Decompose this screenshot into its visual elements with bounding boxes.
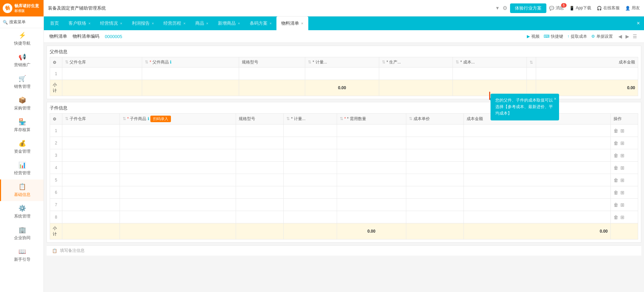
child-row-unit-cost[interactable] [406, 174, 463, 186]
child-row-unit-cost[interactable] [406, 125, 463, 137]
settings-action[interactable]: ⚙ 单据设置 [591, 34, 613, 39]
sidebar-item-sales[interactable]: 🛒 销售管理 [0, 71, 44, 93]
child-row-unit-cost[interactable] [406, 186, 463, 199]
child-row-warehouse[interactable] [62, 125, 120, 137]
parent-row-warehouse[interactable] [62, 68, 142, 80]
child-row-spec[interactable] [236, 186, 283, 199]
child-row-spec[interactable] [236, 199, 283, 211]
sort-icon-3[interactable]: ⇅ [308, 60, 311, 65]
delete-icon[interactable]: 🗑 [614, 177, 618, 183]
child-row-spec[interactable] [236, 174, 283, 186]
delete-icon[interactable]: 🗑 [614, 190, 618, 195]
child-col-config[interactable]: ⚙ [50, 114, 62, 125]
prev-arrow[interactable]: ◀ [617, 33, 623, 40]
tab-new-goods-close[interactable]: × [238, 21, 240, 25]
menu-icon[interactable]: ☰ [631, 33, 639, 40]
scan-button[interactable]: 扫码录入 [150, 116, 171, 122]
child-row-qty-unit[interactable] [284, 162, 337, 174]
child-row-unit-cost[interactable] [406, 211, 463, 223]
delete-icon[interactable]: 🗑 [614, 153, 618, 158]
sidebar-item-system[interactable]: ⚙️ 系统管理 [0, 201, 44, 223]
child-row-qty-unit[interactable] [284, 199, 337, 211]
child-row-goods[interactable] [120, 199, 236, 211]
sidebar-item-basic-info[interactable]: 📋 基础信息 [0, 179, 44, 201]
dropdown-icon[interactable]: ▼ [495, 5, 500, 11]
tab-material-list[interactable]: 物料清单 × [276, 16, 308, 30]
child-row-goods[interactable] [120, 125, 236, 137]
child-row-goods[interactable] [120, 174, 236, 186]
delete-icon[interactable]: 🗑 [614, 140, 618, 146]
shortcut-action[interactable]: ⌨ 快捷键 [544, 34, 563, 39]
child-row-qty-unit[interactable] [284, 125, 337, 137]
parent-row-cost[interactable] [453, 68, 527, 80]
parent-col-config[interactable]: ⚙ [50, 57, 62, 68]
child-row-warehouse[interactable] [62, 162, 120, 174]
sidebar-item-marketing[interactable]: 📢 营销推广 [0, 50, 44, 71]
tab-profit[interactable]: 利润报告 × [127, 16, 159, 30]
tab-ops-history[interactable]: 经营历程 × [159, 16, 190, 30]
child-row-goods[interactable] [120, 211, 236, 223]
child-row-qty-needed[interactable] [337, 137, 406, 149]
child-row-spec[interactable] [236, 211, 283, 223]
copy-icon[interactable]: ⊞ [620, 165, 624, 171]
sub-tab-list[interactable]: 物料清单 [49, 33, 67, 39]
child-row-warehouse[interactable] [62, 211, 120, 223]
sidebar-item-quick-nav[interactable]: ⚡ 快捷导航 [0, 28, 44, 50]
tab-home[interactable]: 首页 [45, 16, 64, 30]
tab-customer-close[interactable]: × [88, 21, 90, 25]
child-row-goods[interactable] [120, 186, 236, 199]
child-row-warehouse[interactable] [62, 137, 120, 149]
child-row-spec[interactable] [236, 162, 283, 174]
trial-button[interactable]: 体验行业方案 [510, 3, 546, 13]
parent-row-qty[interactable] [305, 68, 379, 80]
child-row-warehouse[interactable] [62, 186, 120, 199]
sidebar-item-finance[interactable]: 💰 资金管理 [0, 136, 44, 158]
copy-icon[interactable]: ⊞ [620, 140, 624, 146]
sidebar-item-enterprise[interactable]: 🏢 企业协同 [0, 223, 44, 244]
child-row-goods[interactable] [120, 149, 236, 162]
child-row-unit-cost[interactable] [406, 137, 463, 149]
sidebar-item-purchase[interactable]: 📦 采购管理 [0, 93, 44, 115]
child-row-qty-needed[interactable] [337, 162, 406, 174]
copy-icon[interactable]: ⊞ [620, 153, 624, 158]
sidebar-item-operations[interactable]: 📊 经营管理 [0, 158, 44, 179]
sidebar-item-guide[interactable]: 📖 新手引导 [0, 244, 44, 266]
parent-row-spec[interactable] [239, 68, 305, 80]
child-row-unit-cost[interactable] [406, 162, 463, 174]
delete-icon[interactable]: 🗑 [614, 165, 618, 171]
child-row-warehouse[interactable] [62, 199, 120, 211]
next-arrow[interactable]: ▶ [624, 33, 631, 40]
parent-row-goods[interactable] [142, 68, 239, 80]
parent-row-produce[interactable] [379, 68, 453, 80]
settings-icon[interactable]: ⚙ [503, 5, 507, 11]
delete-icon[interactable]: 🗑 [614, 214, 618, 220]
user-item[interactable]: 👤 用友 [625, 5, 640, 11]
tab-goods[interactable]: 商品 × [190, 16, 213, 30]
child-row-spec[interactable] [236, 137, 283, 149]
child-sort-3[interactable]: ⇅ [286, 116, 290, 121]
tab-material-close[interactable]: × [301, 21, 303, 25]
child-sort-5[interactable]: ⇅ [409, 116, 412, 121]
child-row-qty-unit[interactable] [284, 174, 337, 186]
child-row-qty-needed[interactable] [337, 149, 406, 162]
sidebar-search[interactable]: 🔍 搜索菜单 [0, 16, 44, 28]
copy-icon[interactable]: ⊞ [620, 190, 624, 195]
child-row-warehouse[interactable] [62, 174, 120, 186]
child-row-qty-unit[interactable] [284, 211, 337, 223]
sort-icon-4[interactable]: ⇅ [382, 60, 385, 65]
tab-ops-status-close[interactable]: × [120, 21, 122, 25]
copy-icon[interactable]: ⊞ [620, 128, 624, 133]
sort-icon-6[interactable]: ⇅ [530, 60, 533, 65]
app-download-item[interactable]: 📱 App下载 [569, 5, 591, 11]
child-row-spec[interactable] [236, 149, 283, 162]
tab-ops-status[interactable]: 经营情况 × [95, 16, 127, 30]
sort-icon-5[interactable]: ⇅ [456, 60, 459, 65]
child-row-qty-unit[interactable] [284, 149, 337, 162]
child-row-unit-cost[interactable] [406, 149, 463, 162]
child-row-goods[interactable] [120, 137, 236, 149]
tab-barcode[interactable]: 条码方案 × [245, 16, 276, 30]
tab-barcode-close[interactable]: × [270, 21, 272, 25]
copy-icon[interactable]: ⊞ [620, 202, 624, 208]
child-row-qty-needed[interactable] [337, 125, 406, 137]
delete-icon[interactable]: 🗑 [614, 128, 618, 133]
